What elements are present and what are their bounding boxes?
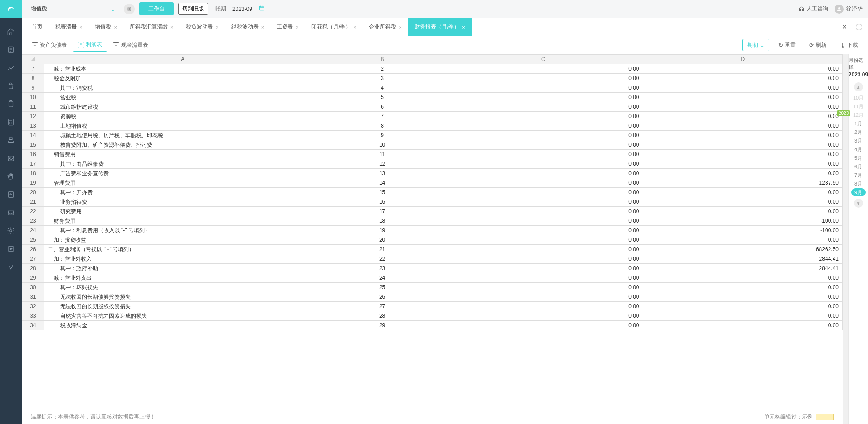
row-number[interactable]: 11 — [22, 102, 44, 112]
workspace-button[interactable]: 工作台 — [139, 2, 174, 15]
cell-b[interactable]: 23 — [321, 264, 443, 273]
nav-stamp-icon[interactable] — [4, 133, 18, 148]
row-number[interactable]: 25 — [22, 235, 44, 245]
close-icon[interactable]: × — [462, 24, 465, 30]
cell-a[interactable]: 自然灾害等不可抗力因素造成的损失 — [44, 311, 321, 321]
nav-doc-icon[interactable] — [4, 43, 18, 57]
row-number[interactable]: 31 — [22, 292, 44, 302]
row-number[interactable]: 8 — [22, 74, 44, 83]
cell-b[interactable]: 26 — [321, 292, 443, 302]
fullscreen-icon[interactable] — [854, 22, 864, 33]
cell-b[interactable]: 18 — [321, 216, 443, 226]
row-number[interactable]: 18 — [22, 169, 44, 178]
cell-b[interactable]: 14 — [321, 178, 443, 188]
close-icon[interactable]: × — [399, 24, 401, 30]
tab-4[interactable]: 税负波动表× — [179, 18, 225, 36]
cell-a[interactable]: 其中：坏账损失 — [44, 283, 321, 292]
spreadsheet[interactable]: A B C D 7 减：营业成本20.000.008 税金及附加30.000.0… — [22, 54, 843, 410]
col-header-a[interactable]: A — [44, 55, 321, 64]
cell-c[interactable]: 0.00 — [443, 188, 643, 197]
clipboard-round-button[interactable] — [124, 4, 135, 14]
cell-b[interactable]: 4 — [321, 83, 443, 93]
row-number[interactable]: 15 — [22, 140, 44, 150]
close-icon[interactable]: × — [216, 24, 218, 30]
cell-d[interactable]: -100.00 — [643, 216, 843, 226]
col-header-d[interactable]: D — [643, 55, 843, 64]
close-icon[interactable]: × — [296, 24, 298, 30]
nav-export-icon[interactable] — [4, 187, 18, 202]
cell-b[interactable]: 3 — [321, 74, 443, 83]
row-number[interactable]: 27 — [22, 254, 44, 264]
cell-b[interactable]: 24 — [321, 273, 443, 283]
month-item-11月[interactable]: 11月 — [851, 102, 866, 110]
cell-a[interactable]: 城镇土地使用税、房产税、车船税、印花税 — [44, 131, 321, 140]
nav-calc-icon[interactable] — [4, 115, 18, 129]
cell-d[interactable]: 2844.41 — [643, 264, 843, 273]
row-number[interactable]: 32 — [22, 302, 44, 311]
row-number[interactable]: 19 — [22, 178, 44, 188]
row-number[interactable]: 28 — [22, 264, 44, 273]
cell-a[interactable]: 业务招待费 — [44, 197, 321, 207]
nav-inbox-icon[interactable] — [4, 205, 18, 220]
close-icon[interactable]: × — [80, 24, 82, 30]
cell-d[interactable]: 0.00 — [643, 121, 843, 131]
tab-2[interactable]: 增值税× — [89, 18, 123, 36]
cell-b[interactable]: 27 — [321, 302, 443, 311]
nav-play-icon[interactable] — [4, 242, 18, 256]
cell-d[interactable]: 0.00 — [643, 188, 843, 197]
row-number[interactable]: 7 — [22, 64, 44, 74]
cell-d[interactable]: 2844.41 — [643, 254, 843, 264]
nav-chart-icon[interactable] — [4, 61, 18, 75]
cell-c[interactable]: 0.00 — [443, 140, 643, 150]
tab-9[interactable]: 财务报表（月/季）× — [408, 18, 472, 36]
row-number[interactable]: 22 — [22, 207, 44, 216]
month-item-6月[interactable]: 6月 — [851, 162, 866, 171]
col-header-c[interactable]: C — [443, 55, 643, 64]
cell-d[interactable]: 0.00 — [643, 207, 843, 216]
cell-b[interactable]: 22 — [321, 254, 443, 264]
cell-a[interactable]: 其中：消费税 — [44, 83, 321, 93]
month-up-arrow-icon[interactable]: ▲ — [854, 82, 863, 91]
corner-cell[interactable] — [22, 55, 44, 64]
cell-c[interactable]: 0.00 — [443, 159, 643, 169]
close-icon[interactable]: × — [354, 24, 356, 30]
nav-bag-icon[interactable] — [4, 79, 18, 93]
cell-c[interactable]: 0.00 — [443, 264, 643, 273]
cell-c[interactable]: 0.00 — [443, 74, 643, 83]
tab-3[interactable]: 所得税汇算清缴× — [123, 18, 179, 36]
nav-home-icon[interactable] — [4, 24, 18, 39]
row-number[interactable]: 17 — [22, 159, 44, 169]
cell-b[interactable]: 2 — [321, 64, 443, 74]
module-dropdown[interactable]: 增值税 ⌄ — [27, 3, 119, 14]
cell-d[interactable]: -100.00 — [643, 226, 843, 235]
vertical-scrollbar[interactable] — [843, 54, 848, 424]
tab-7[interactable]: 印花税（月/季）× — [305, 18, 363, 36]
cell-b[interactable]: 28 — [321, 311, 443, 321]
cell-c[interactable]: 0.00 — [443, 321, 643, 330]
cell-b[interactable]: 6 — [321, 102, 443, 112]
month-down-arrow-icon[interactable]: ▼ — [854, 199, 863, 208]
cell-c[interactable]: 0.00 — [443, 178, 643, 188]
row-number[interactable]: 9 — [22, 83, 44, 93]
cell-b[interactable]: 8 — [321, 121, 443, 131]
row-number[interactable]: 30 — [22, 283, 44, 292]
cell-c[interactable]: 0.00 — [443, 83, 643, 93]
app-logo[interactable] — [0, 0, 22, 18]
cell-a[interactable]: 资源税 — [44, 112, 321, 121]
cell-d[interactable]: 0.00 — [643, 292, 843, 302]
period-initial-button[interactable]: 期初 ⌄ — [742, 39, 769, 51]
cell-b[interactable]: 7 — [321, 112, 443, 121]
cell-b[interactable]: 15 — [321, 188, 443, 197]
cell-d[interactable]: 0.00 — [643, 64, 843, 74]
cell-b[interactable]: 9 — [321, 131, 443, 140]
nav-clipboard-icon[interactable] — [4, 97, 18, 111]
nav-hand-icon[interactable] — [4, 169, 18, 184]
cell-d[interactable]: 1237.50 — [643, 178, 843, 188]
cell-c[interactable]: 0.00 — [443, 64, 643, 74]
cell-d[interactable]: 0.00 — [643, 321, 843, 330]
tab-8[interactable]: 企业所得税× — [363, 18, 408, 36]
tab-1[interactable]: 税表清册× — [49, 18, 89, 36]
cell-b[interactable]: 19 — [321, 226, 443, 235]
cell-d[interactable]: 0.00 — [643, 197, 843, 207]
cell-c[interactable]: 0.00 — [443, 102, 643, 112]
